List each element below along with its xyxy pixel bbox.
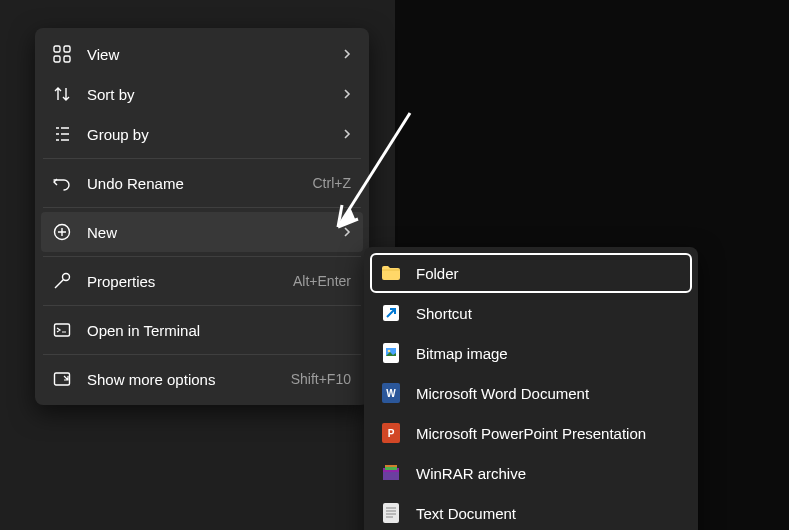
sort-icon (51, 83, 73, 105)
submenu-item-bitmap[interactable]: Bitmap image (370, 333, 692, 373)
svg-rect-6 (55, 324, 70, 336)
menu-item-show-more-options[interactable]: Show more options Shift+F10 (41, 359, 363, 399)
submenu-item-folder[interactable]: Folder (370, 253, 692, 293)
svg-rect-16 (383, 503, 399, 523)
menu-label: WinRAR archive (416, 465, 680, 482)
menu-label: Folder (416, 265, 680, 282)
text-document-icon (380, 502, 402, 524)
undo-icon (51, 172, 73, 194)
menu-separator (43, 354, 361, 355)
submenu-item-word[interactable]: W Microsoft Word Document (370, 373, 692, 413)
menu-item-sort-by[interactable]: Sort by (41, 74, 363, 114)
menu-shortcut: Shift+F10 (291, 371, 351, 387)
menu-label: Bitmap image (416, 345, 680, 362)
menu-item-group-by[interactable]: Group by (41, 114, 363, 154)
properties-icon (51, 270, 73, 292)
new-icon (51, 221, 73, 243)
svg-rect-3 (64, 56, 70, 62)
show-more-icon (51, 368, 73, 390)
chevron-right-icon (343, 128, 351, 140)
view-icon (51, 43, 73, 65)
bitmap-icon (380, 342, 402, 364)
terminal-icon (51, 319, 73, 341)
word-icon: W (380, 382, 402, 404)
submenu-item-shortcut[interactable]: Shortcut (370, 293, 692, 333)
chevron-right-icon (343, 88, 351, 100)
menu-label: Sort by (87, 86, 335, 103)
menu-separator (43, 305, 361, 306)
menu-shortcut: Alt+Enter (293, 273, 351, 289)
winrar-icon (380, 462, 402, 484)
menu-separator (43, 256, 361, 257)
submenu-item-powerpoint[interactable]: P Microsoft PowerPoint Presentation (370, 413, 692, 453)
menu-item-undo-rename[interactable]: Undo Rename Ctrl+Z (41, 163, 363, 203)
svg-point-11 (388, 350, 391, 353)
menu-shortcut: Ctrl+Z (313, 175, 352, 191)
menu-label: Undo Rename (87, 175, 305, 192)
menu-item-properties[interactable]: Properties Alt+Enter (41, 261, 363, 301)
menu-label: Open in Terminal (87, 322, 351, 339)
folder-icon (380, 262, 402, 284)
menu-item-view[interactable]: View (41, 34, 363, 74)
group-icon (51, 123, 73, 145)
menu-label: Microsoft PowerPoint Presentation (416, 425, 680, 442)
powerpoint-icon: P (380, 422, 402, 444)
menu-label: Shortcut (416, 305, 680, 322)
menu-label: Text Document (416, 505, 680, 522)
menu-separator (43, 158, 361, 159)
menu-label: Show more options (87, 371, 283, 388)
svg-point-5 (63, 274, 70, 281)
svg-rect-2 (54, 56, 60, 62)
menu-label: Group by (87, 126, 335, 143)
menu-label: View (87, 46, 335, 63)
desktop-context-menu: View Sort by Group by (35, 28, 369, 405)
menu-item-new[interactable]: New (41, 212, 363, 252)
submenu-item-winrar[interactable]: WinRAR archive (370, 453, 692, 493)
svg-rect-0 (54, 46, 60, 52)
menu-label: New (87, 224, 335, 241)
submenu-item-text[interactable]: Text Document (370, 493, 692, 530)
menu-item-open-terminal[interactable]: Open in Terminal (41, 310, 363, 350)
svg-rect-15 (385, 465, 397, 467)
shortcut-icon (380, 302, 402, 324)
menu-label: Properties (87, 273, 285, 290)
new-submenu: Folder Shortcut Bitmap image W Microsoft… (364, 247, 698, 530)
svg-rect-1 (64, 46, 70, 52)
chevron-right-icon (343, 48, 351, 60)
menu-label: Microsoft Word Document (416, 385, 680, 402)
menu-separator (43, 207, 361, 208)
chevron-right-icon (343, 226, 351, 238)
